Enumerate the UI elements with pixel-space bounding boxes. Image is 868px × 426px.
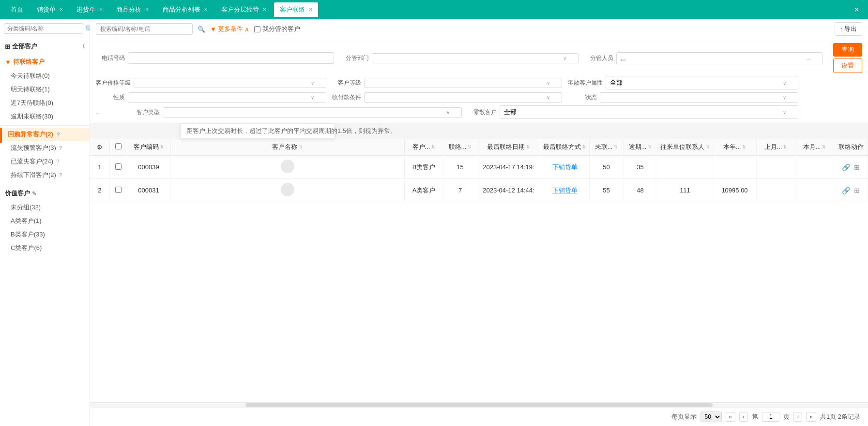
status-select[interactable]: ∨ xyxy=(600,92,798,103)
phone-input[interactable] xyxy=(128,52,334,64)
sort-history-icon[interactable]: ⇅ xyxy=(706,145,710,149)
col-settings: ⚙ xyxy=(90,139,109,156)
help-icon-declining: ? xyxy=(59,172,62,178)
sort-month-icon[interactable]: ⇅ xyxy=(822,145,826,149)
col-header-name: 客户名称 ⇅ xyxy=(170,139,405,156)
sidebar-class-c[interactable]: C类客户(6) xyxy=(0,241,90,255)
horizontal-scrollbar[interactable] xyxy=(90,402,868,407)
sort-year-icon[interactable]: ⇅ xyxy=(742,145,746,149)
nav-customer-contact[interactable]: 客户联络 × xyxy=(274,2,318,17)
row1-checkbox[interactable] xyxy=(115,163,122,170)
sort-type-icon[interactable]: ⇅ xyxy=(431,145,435,149)
col-header-code: 客户编码 ⇅ xyxy=(127,139,170,156)
export-btn[interactable]: ↑ 导出 xyxy=(835,22,863,36)
retail-attr-select[interactable]: 全部 ∨ xyxy=(606,76,798,89)
row1-history xyxy=(657,156,713,179)
row1-type: B类客户 xyxy=(405,156,443,179)
cust-level-select[interactable]: ∨ xyxy=(364,78,563,88)
sort-contact-icon[interactable]: ⇅ xyxy=(468,145,472,149)
sidebar-lost-customer[interactable]: 已流失客户(24) ? xyxy=(0,155,90,168)
sidebar-search-input[interactable] xyxy=(4,23,83,34)
sidebar-class-b[interactable]: B类客户(33) xyxy=(0,228,90,241)
sidebar-class-a[interactable]: A类客户(1) xyxy=(0,214,90,228)
filter-retail: 零散客户 全部 ∨ xyxy=(468,105,799,119)
row2-grid-icon[interactable]: ⊞ xyxy=(854,187,860,194)
sidebar-all-customers[interactable]: ⊞ 全部客户 《 xyxy=(0,38,90,55)
cust-type-select[interactable]: ∨ xyxy=(163,107,462,118)
row1-link-icon[interactable]: 🔗 xyxy=(842,163,850,171)
close-purchase-icon[interactable]: × xyxy=(99,6,103,13)
sidebar-declining[interactable]: 持续下滑客户(2) ? xyxy=(0,168,90,182)
payment-select[interactable]: ∨ xyxy=(364,92,563,103)
nav-sales[interactable]: 销货单 × xyxy=(31,2,69,17)
sidebar-value-group[interactable]: 价值客户 ✎ xyxy=(0,186,90,201)
sidebar-week-pending[interactable]: 近7天待联络(0) xyxy=(0,96,90,110)
price-level-select[interactable]: ∨ xyxy=(134,78,326,88)
page-unit-label: 页 xyxy=(783,412,790,421)
sidebar-pending-group[interactable]: ▼ 待联络客户 xyxy=(0,55,90,69)
dept-select[interactable]: ∨ xyxy=(372,53,578,63)
more-filters-btn[interactable]: ... xyxy=(96,109,101,116)
next-page-btn[interactable]: › xyxy=(793,412,802,422)
row2-link-icon[interactable]: 🔗 xyxy=(842,187,850,194)
query-btn[interactable]: 查询 xyxy=(833,43,862,57)
sidebar-today-pending[interactable]: 今天待联络(0) xyxy=(0,69,90,83)
prev-page-btn[interactable]: ‹ xyxy=(739,412,748,422)
last-page-btn[interactable]: » xyxy=(806,412,816,422)
page-number-input[interactable] xyxy=(762,412,779,422)
scrollbar-thumb[interactable] xyxy=(245,403,712,407)
table-container[interactable]: ⚙ 客户编码 ⇅ 客户名称 xyxy=(90,139,868,402)
sort-last-month-icon[interactable]: ⇅ xyxy=(783,145,787,149)
sidebar-overdue-pending[interactable]: 逾期未联络(30) xyxy=(0,110,90,123)
sidebar-search-icon[interactable]: 🔍 xyxy=(85,25,90,32)
nav-purchase[interactable]: 进货单 × xyxy=(71,2,108,17)
close-customer-contact-icon[interactable]: × xyxy=(309,6,313,13)
person-select-arrow: ... xyxy=(807,56,810,61)
my-customer-checkbox[interactable] xyxy=(254,26,260,32)
row2-checkbox[interactable] xyxy=(115,187,122,193)
toolbar-search-icon[interactable]: 🔍 xyxy=(198,26,205,33)
sort-way-icon[interactable]: ⇅ xyxy=(582,145,586,149)
row2-date: 2023-04-12 14:44: xyxy=(477,179,540,202)
nav-home[interactable]: 首页 xyxy=(5,2,29,17)
nav-analysis[interactable]: 商品分析 × xyxy=(110,2,154,17)
nav-analysis-list[interactable]: 商品分析列表 × xyxy=(157,2,213,17)
edit-icon[interactable]: ✎ xyxy=(32,191,36,197)
page-label: 第 xyxy=(752,412,758,421)
close-analysis-icon[interactable]: × xyxy=(145,6,149,13)
export-icon: ↑ xyxy=(840,26,843,33)
sort-date-icon[interactable]: ⇅ xyxy=(526,145,530,149)
row2-way-link[interactable]: 下销货单 xyxy=(552,187,578,194)
main-layout: 🔍 ⊞ 全部客户 《 ▼ 待联络客户 今天待联络(0) 明天待联络(1) 近7天… xyxy=(0,19,868,426)
filter-btn[interactable]: ▼ 更多条件 ∧ xyxy=(210,25,249,33)
sort-code-icon[interactable]: ⇅ xyxy=(160,145,164,149)
close-customer-tier-icon[interactable]: × xyxy=(263,6,267,13)
row1-grid-icon[interactable]: ⊞ xyxy=(854,163,860,171)
settings-icon[interactable]: ⚙ xyxy=(97,144,103,151)
table-body: 1 000039 B类客户 15 2023-04-17 14:19: 下销货单 … xyxy=(90,156,868,202)
sidebar: 🔍 ⊞ 全部客户 《 ▼ 待联络客户 今天待联络(0) 明天待联络(1) 近7天… xyxy=(0,19,90,426)
filter-payment: 收付款条件 ∨ xyxy=(332,92,563,103)
retail-select[interactable]: 全部 ∨ xyxy=(500,105,799,119)
close-analysis-list-icon[interactable]: × xyxy=(204,6,208,13)
set-btn[interactable]: 设置 xyxy=(833,59,862,73)
sidebar-collapse-icon[interactable]: 《 xyxy=(80,43,85,50)
select-all-checkbox[interactable] xyxy=(115,143,122,149)
close-sales-icon[interactable]: × xyxy=(60,6,63,13)
sidebar-unclassified[interactable]: 未分组(32) xyxy=(0,201,90,214)
per-page-select[interactable]: 50 xyxy=(700,411,722,422)
sidebar-loss-warning[interactable]: 流失预警客户(3) ? xyxy=(0,141,90,155)
first-page-btn[interactable]: « xyxy=(726,412,736,422)
search-input[interactable] xyxy=(96,23,193,35)
row1-contact: 15 xyxy=(443,156,477,179)
person-select[interactable]: ... ... xyxy=(616,52,822,64)
nav-customer-tier[interactable]: 客户分层经营 × xyxy=(215,2,272,17)
sort-unlian-icon[interactable]: ⇅ xyxy=(614,145,618,149)
window-close-icon[interactable]: × xyxy=(850,5,863,15)
gender-select[interactable]: ∨ xyxy=(128,92,326,103)
row1-way-link[interactable]: 下销货单 xyxy=(552,163,578,171)
sidebar-abnormal-group[interactable]: 回购异常客户(2) ? xyxy=(0,128,90,141)
sidebar-tomorrow-pending[interactable]: 明天待联络(1) xyxy=(0,83,90,96)
sort-overdue-icon[interactable]: ⇅ xyxy=(648,145,652,149)
sort-name-icon[interactable]: ⇅ xyxy=(299,145,303,149)
